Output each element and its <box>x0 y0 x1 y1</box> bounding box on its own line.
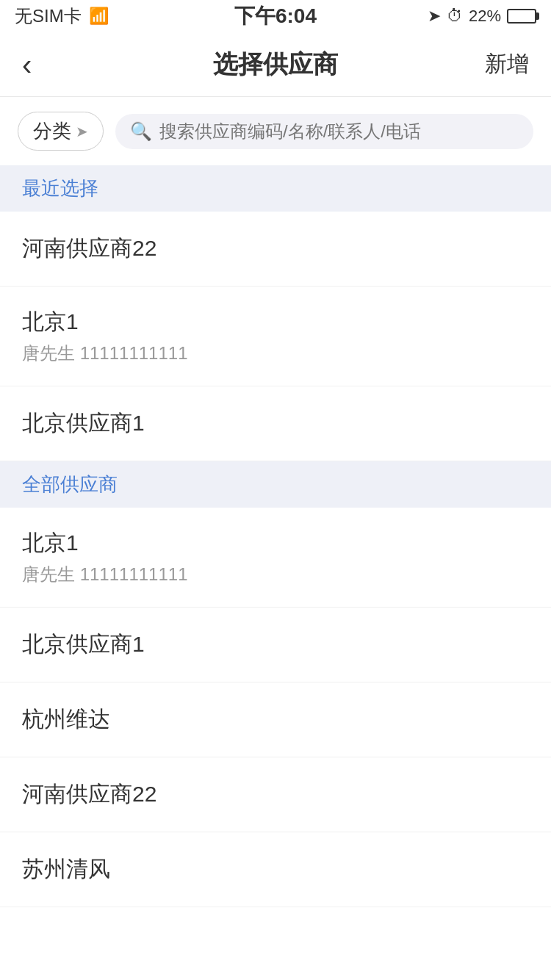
nav-bar: ‹ 选择供应商 新增 <box>0 32 551 97</box>
search-icon: 🔍 <box>130 121 152 142</box>
chevron-right-icon: ➤ <box>76 123 88 140</box>
list-item[interactable]: 杭州维达 <box>0 682 551 757</box>
filter-bar: 分类 ➤ 🔍 <box>0 97 551 165</box>
battery-percent: 22% <box>469 7 501 26</box>
supplier-contact: 唐先生 11111111111 <box>22 342 529 365</box>
recent-section-label: 最近选择 <box>22 177 98 199</box>
list-item[interactable]: 北京1唐先生 11111111111 <box>0 287 551 386</box>
search-box: 🔍 <box>115 114 533 149</box>
battery-icon <box>507 9 536 24</box>
supplier-name: 河南供应商22 <box>22 779 529 810</box>
supplier-name: 北京1 <box>22 528 529 558</box>
status-time: 下午6:04 <box>234 2 317 30</box>
back-button[interactable]: ‹ <box>22 50 32 79</box>
supplier-contact: 唐先生 11111111111 <box>22 563 529 586</box>
list-item[interactable]: 北京供应商1 <box>0 608 551 682</box>
supplier-name: 北京1 <box>22 307 529 337</box>
status-left: 无SIM卡 📶 <box>15 4 109 28</box>
all-section-header: 全部供应商 <box>0 461 551 508</box>
all-section-label: 全部供应商 <box>22 473 118 495</box>
recent-section-header: 最近选择 <box>0 165 551 212</box>
recent-list: 河南供应商22北京1唐先生 11111111111北京供应商1 <box>0 212 551 461</box>
supplier-name: 北京供应商1 <box>22 630 529 660</box>
list-item[interactable]: 北京供应商1 <box>0 386 551 461</box>
status-bar: 无SIM卡 📶 下午6:04 ➤ ⏱ 22% <box>0 0 551 32</box>
list-item[interactable]: 北京1唐先生 11111111111 <box>0 508 551 608</box>
page-title: 选择供应商 <box>213 48 338 82</box>
supplier-name: 河南供应商22 <box>22 234 529 264</box>
all-suppliers-list: 北京1唐先生 11111111111北京供应商1杭州维达河南供应商22苏州清风 <box>0 508 551 907</box>
alarm-icon: ⏱ <box>447 7 463 26</box>
add-button[interactable]: 新增 <box>485 49 529 79</box>
location-icon: ➤ <box>428 7 441 26</box>
supplier-name: 苏州清风 <box>22 854 529 884</box>
status-right: ➤ ⏱ 22% <box>428 7 536 26</box>
supplier-name: 北京供应商1 <box>22 408 529 439</box>
wifi-icon: 📶 <box>89 7 109 26</box>
list-item[interactable]: 河南供应商22 <box>0 212 551 287</box>
list-item[interactable]: 苏州清风 <box>0 832 551 907</box>
list-item[interactable]: 河南供应商22 <box>0 757 551 832</box>
category-label: 分类 <box>33 118 71 144</box>
carrier-label: 无SIM卡 <box>15 4 82 28</box>
category-button[interactable]: 分类 ➤ <box>18 112 104 151</box>
supplier-name: 杭州维达 <box>22 705 529 735</box>
search-input[interactable] <box>159 121 519 142</box>
